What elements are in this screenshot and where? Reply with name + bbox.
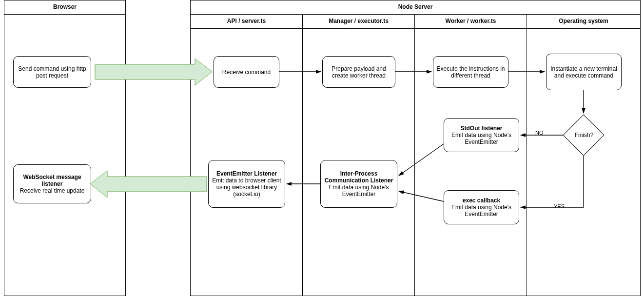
lane-header-api: API / server.ts <box>190 14 303 29</box>
node-instantiate-terminal: Instantiate a new terminal and execute c… <box>546 54 622 90</box>
node-ipc-listener: Inter-Process Communication Listener Emi… <box>320 160 397 208</box>
node-exec-callback-desc: Emit data using Node's EventEmitter <box>447 204 516 218</box>
node-exec-callback: exec callback Emit data using Node's Eve… <box>444 190 519 224</box>
node-event-emitter-listener-title: EventEmitter Listener <box>216 170 277 177</box>
node-finish-label: Finish? <box>574 132 594 139</box>
node-prepare-payload-text: Prepare payload and create worker thread <box>326 65 392 79</box>
lane-header-node-server: Node Server <box>190 0 641 15</box>
node-stdout-listener: StdOut listener Emit data using Node's E… <box>444 118 519 152</box>
node-send-command-text: Send command using http post request <box>17 65 88 79</box>
node-exec-callback-title: exec callback <box>463 197 500 204</box>
node-send-command: Send command using http post request <box>13 56 91 88</box>
node-ipc-listener-desc: Emit data using Node's EventEmitter <box>324 184 394 198</box>
edge-label-no: NO <box>535 130 544 136</box>
node-receive-command: Receive command <box>214 56 279 88</box>
node-execute-instructions: Execute the instructions in different th… <box>433 56 508 88</box>
node-stdout-listener-desc: Emit data using Node's EventEmitter <box>447 132 516 145</box>
node-prepare-payload: Prepare payload and create worker thread <box>322 56 395 88</box>
node-stdout-listener-title: StdOut listener <box>460 125 502 132</box>
node-event-emitter-listener-desc: Emit data to browser client using websoc… <box>212 177 282 198</box>
node-ws-listener-title: WebSocket message listener <box>17 174 88 187</box>
node-ws-listener: WebSocket message listener Receive real … <box>13 164 91 203</box>
node-receive-command-text: Receive command <box>222 69 271 76</box>
lane-header-browser: Browser <box>4 0 126 15</box>
lane-header-worker: Worker / worker.ts <box>414 14 527 29</box>
node-instantiate-terminal-text: Instantiate a new terminal and execute c… <box>549 65 618 79</box>
node-ipc-listener-title: Inter-Process Communication Listener <box>324 170 394 184</box>
lane-header-os: Operating system <box>527 14 641 29</box>
node-ws-listener-desc: Receive real time update <box>20 187 85 194</box>
edge-label-yes: YES <box>554 203 565 209</box>
node-event-emitter-listener: EventEmitter Listener Emit data to brows… <box>208 160 285 208</box>
node-execute-instructions-text: Execute the instructions in different th… <box>436 65 505 79</box>
diagram-canvas: Browser Node Server API / server.ts Mana… <box>0 0 644 298</box>
lane-header-manager: Manager / executor.ts <box>302 14 415 29</box>
